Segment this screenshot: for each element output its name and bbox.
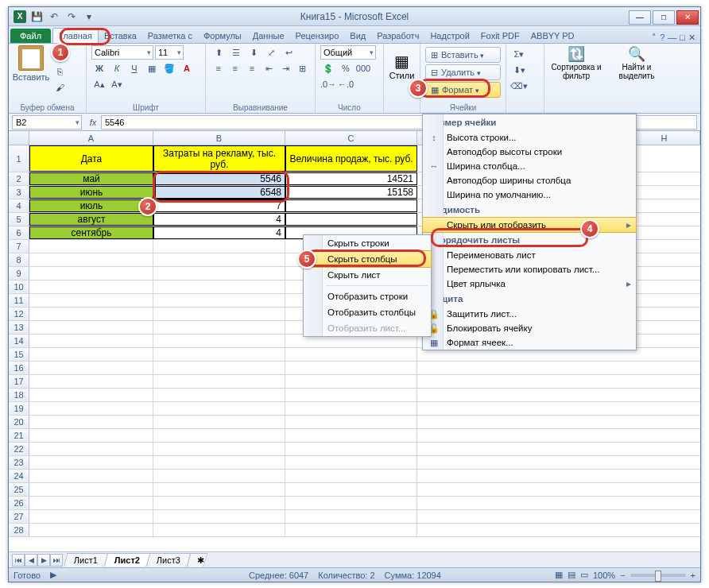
align-bot-icon[interactable]: ⬇ xyxy=(246,45,262,60)
paste-button[interactable]: Вставить xyxy=(14,45,48,95)
empty-cell[interactable] xyxy=(153,443,285,455)
empty-cell[interactable] xyxy=(153,280,285,293)
currency-icon[interactable]: 💲 xyxy=(320,61,336,75)
empty-cell[interactable] xyxy=(285,524,417,536)
empty-cell[interactable] xyxy=(153,483,285,496)
align-right-icon[interactable]: ≡ xyxy=(244,61,259,75)
autofit-row-item[interactable]: Автоподбор высоты строки xyxy=(423,145,636,159)
col-header-a[interactable]: A xyxy=(29,131,153,145)
format-cells-item[interactable]: ▦Формат ячеек... xyxy=(423,335,636,350)
indent-dec-icon[interactable]: ⇤ xyxy=(262,61,277,75)
merge-icon[interactable]: ⊞ xyxy=(295,61,310,75)
row-header[interactable]: 7 xyxy=(9,240,29,253)
empty-cell[interactable] xyxy=(285,362,417,374)
row-header[interactable]: 1 xyxy=(9,145,29,172)
empty-cell[interactable] xyxy=(153,308,285,320)
copy-icon[interactable]: ⎘ xyxy=(52,64,68,79)
row-header[interactable]: 6 xyxy=(9,226,29,239)
qat-undo-icon[interactable]: ↶ xyxy=(47,10,61,24)
fill-color-icon[interactable]: 🪣 xyxy=(161,61,177,75)
row-header[interactable]: 19 xyxy=(9,402,29,415)
show-rows-item[interactable]: Отобразить строки xyxy=(304,288,431,304)
row-height-item[interactable]: ↕Высота строки... xyxy=(423,130,636,145)
empty-cell[interactable] xyxy=(153,524,285,536)
underline-icon[interactable]: Ч xyxy=(126,61,142,75)
empty-cell[interactable] xyxy=(29,253,153,266)
row-header[interactable]: 15 xyxy=(9,348,29,361)
row-header[interactable]: 4 xyxy=(9,199,29,212)
empty-cell[interactable] xyxy=(285,497,417,509)
empty-cell[interactable] xyxy=(29,416,153,428)
show-sheet-item[interactable]: Отобразить лист... xyxy=(304,320,431,336)
bold-icon[interactable]: Ж xyxy=(91,61,107,75)
row-header[interactable]: 9 xyxy=(9,267,29,280)
wrap-text-icon[interactable]: ↩ xyxy=(281,45,296,60)
sheet-tab[interactable]: Лист3 xyxy=(146,553,192,567)
row-header[interactable]: 14 xyxy=(9,335,29,347)
data-cell[interactable]: май xyxy=(29,172,153,185)
empty-cell[interactable] xyxy=(29,308,153,320)
empty-cell[interactable] xyxy=(29,429,153,442)
new-sheet-button[interactable]: ✱ xyxy=(187,553,208,567)
format-painter-icon[interactable]: 🖌 xyxy=(52,80,68,95)
file-tab[interactable]: Файл xyxy=(10,29,51,43)
empty-cell[interactable] xyxy=(153,402,285,415)
window-minimize-button[interactable]: — xyxy=(629,10,651,25)
empty-cell[interactable] xyxy=(153,456,285,469)
sort-filter-button[interactable]: 🔃 Сортировка и фильтр xyxy=(549,45,603,80)
empty-cell[interactable] xyxy=(153,470,285,482)
row-header[interactable]: 24 xyxy=(9,470,29,482)
ribbon-minimize-icon[interactable]: ˄ xyxy=(652,33,657,43)
doc-close-icon[interactable]: ✕ xyxy=(688,33,695,43)
empty-cell[interactable] xyxy=(285,429,417,442)
empty-cell[interactable] xyxy=(29,240,153,253)
zoom-in-button[interactable]: + xyxy=(691,571,695,580)
tab-home[interactable]: Главная xyxy=(52,28,99,43)
qat-custom-icon[interactable]: ▾ xyxy=(82,10,96,24)
zoom-value[interactable]: 100% xyxy=(593,571,615,580)
empty-cell[interactable] xyxy=(285,389,417,401)
select-all-button[interactable] xyxy=(9,131,29,145)
row-header[interactable]: 2 xyxy=(9,172,29,185)
font-size-combo[interactable]: 11 xyxy=(155,45,184,60)
row-header[interactable]: 12 xyxy=(9,308,29,320)
empty-cell[interactable] xyxy=(153,416,285,428)
data-cell[interactable]: июнь xyxy=(29,186,153,199)
clear-icon[interactable]: ⌫▾ xyxy=(511,79,527,93)
empty-cell[interactable] xyxy=(29,335,153,347)
view-page-icon[interactable]: ▤ xyxy=(568,570,575,580)
tab-pagelayout[interactable]: Разметка с xyxy=(142,29,198,43)
empty-cell[interactable] xyxy=(29,375,153,388)
empty-cell[interactable] xyxy=(29,294,153,307)
autosum-icon[interactable]: Σ▾ xyxy=(511,47,527,61)
empty-cell[interactable] xyxy=(153,335,285,347)
row-header[interactable]: 23 xyxy=(9,456,29,469)
orientation-icon[interactable]: ⤢ xyxy=(263,45,279,60)
help-icon[interactable]: ? xyxy=(660,33,664,43)
tab-formulas[interactable]: Формулы xyxy=(198,29,247,43)
empty-cell[interactable] xyxy=(285,416,417,428)
row-header[interactable]: 20 xyxy=(9,416,29,428)
empty-cell[interactable] xyxy=(153,510,285,523)
col-header-c[interactable]: C xyxy=(285,131,417,145)
row-header[interactable]: 25 xyxy=(9,483,29,496)
tab-abbyy[interactable]: ABBYY PD xyxy=(525,29,580,43)
font-name-combo[interactable]: Calibri xyxy=(91,45,153,60)
hide-cols-item[interactable]: Скрыть столбцы xyxy=(303,250,432,268)
window-close-button[interactable]: ✕ xyxy=(676,10,699,25)
empty-cell[interactable] xyxy=(29,402,153,415)
empty-cell[interactable] xyxy=(153,321,285,334)
data-cell[interactable]: 6548 xyxy=(153,186,285,199)
percent-icon[interactable]: % xyxy=(338,61,354,75)
view-normal-icon[interactable]: ▦ xyxy=(555,570,563,580)
default-width-item[interactable]: Ширина по умолчанию... xyxy=(423,188,636,202)
header-cell[interactable]: Дата xyxy=(29,145,153,172)
row-header[interactable]: 16 xyxy=(9,362,29,374)
data-cell[interactable] xyxy=(285,213,417,226)
header-cell[interactable]: Величина продаж, тыс. руб. xyxy=(285,145,417,172)
empty-cell[interactable] xyxy=(29,348,153,361)
name-box[interactable]: B2 xyxy=(12,115,82,130)
data-cell[interactable]: 15158 xyxy=(285,186,417,199)
row-header[interactable]: 13 xyxy=(9,321,29,334)
indent-inc-icon[interactable]: ⇥ xyxy=(278,61,293,75)
